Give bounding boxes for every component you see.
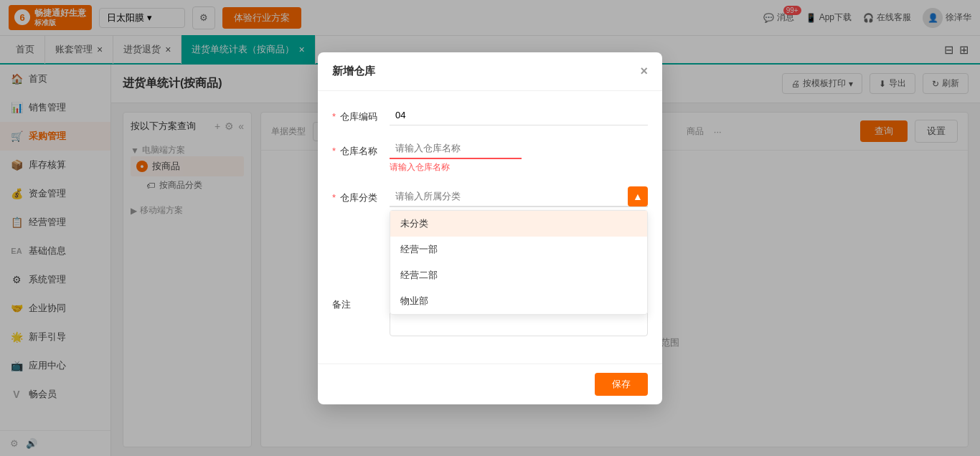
note-label: 备注 — [332, 293, 390, 311]
category-dropdown-wrapper: ▲ 未分类 经营一部 经营二部 物业部 — [390, 186, 648, 207]
code-input[interactable] — [390, 105, 648, 125]
form-row-name: * 仓库名称 请输入仓库名称 — [332, 138, 648, 174]
form-row-code: * 仓库编码 — [332, 105, 648, 125]
category-dropdown-list: 未分类 经营一部 经营二部 物业部 — [390, 210, 648, 315]
dropdown-option-dept3[interactable]: 物业部 — [390, 288, 647, 314]
modal-close-button[interactable]: × — [640, 64, 648, 79]
modal-body: * 仓库编码 * 仓库名称 请输入仓库名称 — [318, 91, 662, 364]
dropdown-option-uncategorized[interactable]: 未分类 — [390, 211, 647, 237]
code-label: * 仓库编码 — [332, 105, 390, 123]
name-error-msg: 请输入仓库名称 — [390, 162, 450, 172]
dropdown-option-dept2[interactable]: 经营二部 — [390, 262, 647, 288]
dropdown-option-dept1[interactable]: 经营一部 — [390, 237, 647, 262]
category-label: * 仓库分类 — [332, 186, 390, 204]
modal-overlay: 新增仓库 × * 仓库编码 * 仓库名称 — [0, 0, 980, 456]
category-input[interactable] — [390, 186, 648, 206]
name-input[interactable] — [390, 138, 522, 159]
save-button[interactable]: 保存 — [595, 373, 648, 396]
modal-footer: 保存 — [318, 364, 662, 404]
modal-title: 新增仓库 — [332, 65, 375, 78]
form-row-category: * 仓库分类 ▲ 未分类 经营一部 经营二部 物业部 — [332, 186, 648, 207]
dropdown-toggle-button[interactable]: ▲ — [628, 186, 648, 206]
chevron-up-icon: ▲ — [633, 191, 643, 202]
new-warehouse-modal: 新增仓库 × * 仓库编码 * 仓库名称 — [318, 52, 662, 404]
name-label: * 仓库名称 — [332, 140, 390, 158]
modal-header: 新增仓库 × — [318, 52, 662, 91]
